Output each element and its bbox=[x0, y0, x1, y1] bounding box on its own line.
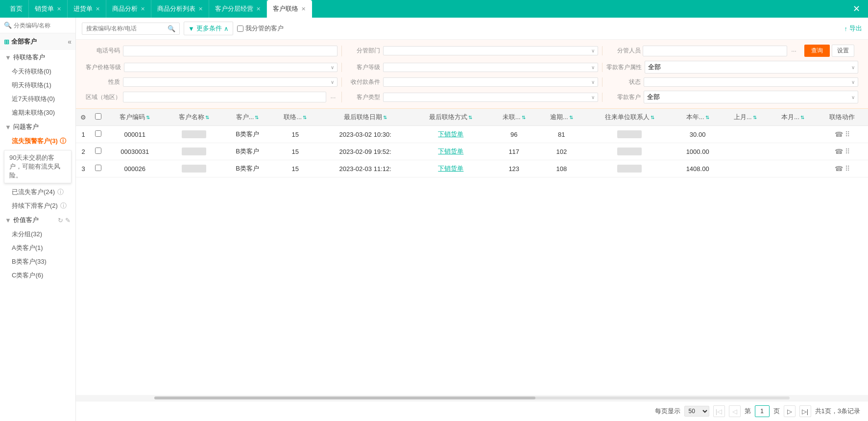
more-icon[interactable]: ··· bbox=[328, 94, 338, 101]
close-icon[interactable]: ✕ bbox=[301, 6, 306, 12]
more-conditions-button[interactable]: ▼ 更多条件 ∧ bbox=[184, 22, 233, 35]
tab-product-analysis-list[interactable]: 商品分析列表 ✕ bbox=[151, 0, 209, 18]
sidebar-item-overdue[interactable]: 逾期未联络(30) bbox=[0, 106, 75, 120]
sort-icon[interactable]: ⇅ bbox=[569, 115, 573, 120]
last-way-link[interactable]: 下销货单 bbox=[438, 130, 463, 138]
sidebar-item-today[interactable]: 今天待联络(0) bbox=[0, 65, 75, 78]
last-page-button[interactable]: ▷| bbox=[799, 405, 811, 417]
sidebar-group-value-title[interactable]: ▼ 价值客户 ↻ ✎ bbox=[0, 213, 75, 227]
scrollbar-thumb[interactable] bbox=[154, 396, 535, 399]
phone-input[interactable] bbox=[123, 46, 338, 56]
contact-icon[interactable]: ☎ bbox=[835, 148, 843, 155]
more-actions-icon[interactable]: ⠿ bbox=[845, 130, 850, 138]
more-actions-icon[interactable]: ⠿ bbox=[845, 148, 850, 155]
my-customers-checkbox[interactable] bbox=[237, 25, 243, 32]
nature-select[interactable]: ∨ bbox=[123, 77, 338, 87]
contact-icon[interactable]: ☎ bbox=[835, 165, 843, 173]
sort-icon[interactable]: ⇅ bbox=[651, 115, 654, 120]
row-last-way[interactable]: 下销货单 bbox=[411, 126, 490, 143]
sidebar-item-churned[interactable]: 已流失客户(24) ⓘ bbox=[0, 185, 75, 199]
sidebar-item-class-b[interactable]: B类客户(33) bbox=[0, 255, 75, 269]
close-all-button[interactable]: ✕ bbox=[849, 3, 864, 14]
last-way-link[interactable]: 下销货单 bbox=[438, 165, 463, 172]
sidebar-item-declining[interactable]: 持续下滑客户(2) ⓘ bbox=[0, 199, 75, 213]
sort-icon[interactable]: ⇅ bbox=[146, 115, 150, 120]
sidebar-group-problem-title[interactable]: ▼ 问题客户 bbox=[0, 120, 75, 134]
sort-icon[interactable]: ⇅ bbox=[255, 115, 259, 120]
zero-customer-select[interactable]: 全部 ∨ bbox=[644, 91, 858, 103]
row-type: B类客户 bbox=[223, 126, 271, 143]
settings-button[interactable]: 设置 bbox=[832, 45, 854, 57]
query-button[interactable]: 查询 bbox=[804, 45, 830, 57]
row-check[interactable] bbox=[91, 143, 105, 160]
row-check[interactable] bbox=[91, 160, 105, 177]
prev-page-button[interactable]: ◁ bbox=[729, 405, 741, 417]
price-level-select[interactable]: ∨ bbox=[124, 63, 338, 72]
close-icon[interactable]: ✕ bbox=[141, 6, 145, 12]
more-icon[interactable]: ··· bbox=[789, 47, 798, 54]
zero-attr-select[interactable]: 全部 ∨ bbox=[645, 61, 858, 74]
more-actions-icon[interactable]: ⠿ bbox=[845, 165, 850, 173]
sidebar-root[interactable]: ⊞ 全部客户 « bbox=[0, 33, 75, 50]
sort-icon[interactable]: ⇅ bbox=[303, 115, 307, 120]
row-last-way[interactable]: 下销货单 bbox=[411, 160, 490, 177]
next-page-button[interactable]: ▷ bbox=[784, 405, 796, 417]
manager-input[interactable] bbox=[643, 46, 787, 56]
close-icon[interactable]: ✕ bbox=[57, 6, 61, 12]
scrollbar-track[interactable] bbox=[154, 396, 790, 399]
row-checkbox[interactable] bbox=[95, 165, 101, 171]
row-checkbox[interactable] bbox=[95, 130, 101, 137]
sidebar-collapse-icon[interactable]: « bbox=[68, 38, 72, 46]
tab-customer-contact[interactable]: 客户联络 ✕ bbox=[267, 0, 312, 18]
sidebar-item-7days[interactable]: 近7天待联络(0) bbox=[0, 92, 75, 106]
sort-icon[interactable]: ⇅ bbox=[705, 115, 709, 120]
payment-select[interactable]: ∨ bbox=[383, 77, 598, 87]
customer-type-select[interactable]: ∨ bbox=[383, 93, 598, 102]
sidebar-item-tomorrow[interactable]: 明天待联络(1) bbox=[0, 78, 75, 92]
sidebar-item-class-c[interactable]: C类客户(6) bbox=[0, 269, 75, 282]
region-input[interactable] bbox=[123, 92, 326, 102]
export-button[interactable]: ↑ 导出 bbox=[844, 24, 863, 33]
tab-sales[interactable]: 销货单 ✕ bbox=[29, 0, 68, 18]
tab-customer-tier[interactable]: 客户分层经营 ✕ bbox=[209, 0, 267, 18]
first-page-button[interactable]: |◁ bbox=[713, 405, 725, 417]
tab-product-analysis[interactable]: 商品分析 ✕ bbox=[106, 0, 151, 18]
row-checkbox[interactable] bbox=[95, 148, 101, 154]
sidebar-item-class-a[interactable]: A类客户(1) bbox=[0, 241, 75, 255]
search-icon[interactable]: 🔍 bbox=[168, 25, 175, 32]
sort-icon[interactable]: ⇅ bbox=[205, 115, 209, 120]
tab-home[interactable]: 首页 bbox=[4, 0, 29, 18]
sidebar-item-ungrouped[interactable]: 未分组(32) bbox=[0, 227, 75, 241]
row-check[interactable] bbox=[91, 126, 105, 143]
sort-icon[interactable]: ⇅ bbox=[753, 115, 757, 120]
sidebar-group-pending-title[interactable]: ▼ 待联络客户 bbox=[0, 50, 75, 65]
refresh-icon[interactable]: ↻ bbox=[58, 217, 63, 224]
blurred-name: ████ bbox=[182, 130, 206, 138]
contact-icon[interactable]: ☎ bbox=[835, 130, 843, 138]
per-page-select[interactable]: 50 100 bbox=[684, 406, 709, 417]
status-select[interactable]: ∨ bbox=[644, 77, 858, 87]
sort-icon[interactable]: ⇅ bbox=[383, 115, 387, 120]
sidebar-item-churn-warning[interactable]: 流失预警客户(3) ⓘ bbox=[0, 134, 75, 148]
horizontal-scrollbar[interactable] bbox=[76, 395, 868, 401]
select-all-checkbox[interactable] bbox=[95, 113, 101, 120]
th-unit-contact: 往来单位联系人⇅ bbox=[585, 109, 674, 126]
blurred-contact: ████ bbox=[617, 165, 642, 173]
sort-icon[interactable]: ⇅ bbox=[522, 115, 526, 120]
last-way-link[interactable]: 下销货单 bbox=[438, 148, 463, 155]
row-name: ████ bbox=[164, 160, 223, 177]
customer-level-select[interactable]: ∨ bbox=[383, 63, 598, 72]
sidebar-search-input[interactable] bbox=[14, 22, 72, 29]
search-input[interactable] bbox=[86, 25, 166, 32]
th-settings[interactable]: ⚙ bbox=[76, 109, 91, 126]
dept-select[interactable]: ∨ bbox=[383, 46, 598, 55]
sort-icon[interactable]: ⇅ bbox=[800, 115, 804, 120]
close-icon[interactable]: ✕ bbox=[198, 6, 203, 12]
row-last-way[interactable]: 下销货单 bbox=[411, 143, 490, 160]
th-check[interactable] bbox=[91, 109, 105, 126]
close-icon[interactable]: ✕ bbox=[96, 6, 100, 12]
edit-icon[interactable]: ✎ bbox=[65, 217, 71, 224]
close-icon[interactable]: ✕ bbox=[256, 6, 261, 12]
tab-purchase[interactable]: 进货单 ✕ bbox=[68, 0, 106, 18]
sort-icon[interactable]: ⇅ bbox=[468, 115, 472, 120]
